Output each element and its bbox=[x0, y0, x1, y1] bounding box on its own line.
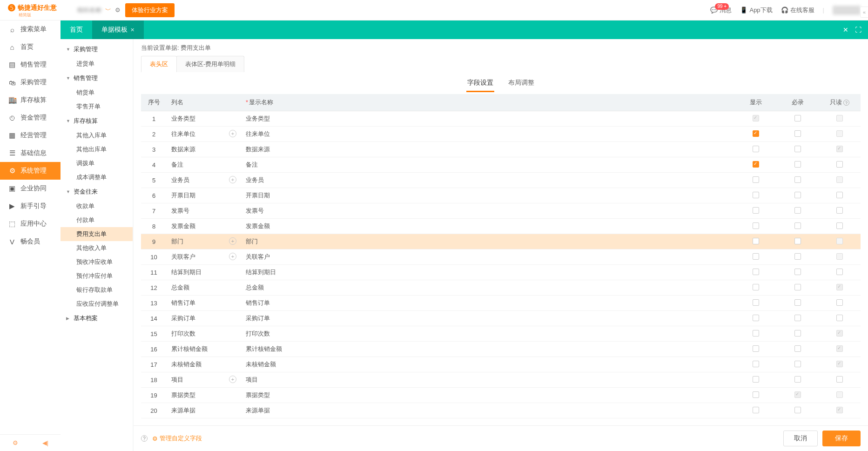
area-tab-body[interactable]: 表体区-费用单明细 bbox=[176, 56, 244, 72]
checkbox[interactable] bbox=[753, 299, 759, 306]
cell-display[interactable]: 备注 bbox=[241, 157, 735, 173]
industry-template-button[interactable]: 体验行业方案 bbox=[125, 3, 175, 17]
settings-icon[interactable]: ⚙ bbox=[115, 7, 121, 13]
sidebar-item[interactable]: 🛍采购管理 bbox=[0, 74, 61, 91]
cell-display[interactable]: 发票号 bbox=[241, 203, 735, 219]
checkbox[interactable] bbox=[753, 130, 759, 137]
cell-display[interactable]: 往来单位 bbox=[241, 127, 735, 142]
cell-display[interactable]: 业务类型 bbox=[241, 111, 735, 127]
checkbox[interactable] bbox=[753, 284, 759, 290]
table-row[interactable]: 15 打印次数 打印次数 bbox=[141, 326, 861, 342]
table-row[interactable]: 6 开票日期 开票日期 bbox=[141, 188, 861, 203]
tree-leaf[interactable]: 预收冲应收单 bbox=[61, 255, 133, 269]
sidebar-item[interactable]: ⏲资金管理 bbox=[0, 109, 61, 127]
cell-display[interactable]: 未核销金额 bbox=[241, 357, 735, 372]
table-row[interactable]: 16 累计核销金额 累计核销金额 bbox=[141, 342, 861, 357]
table-row[interactable]: 20 来源单据 来源单据 bbox=[141, 403, 861, 418]
table-row[interactable]: 13 销售订单 销售订单 bbox=[141, 296, 861, 311]
tree-leaf[interactable]: 费用支出单 bbox=[61, 227, 133, 241]
cell-display[interactable]: 发票金额 bbox=[241, 219, 735, 234]
table-row[interactable]: 19 票据类型 票据类型 bbox=[141, 388, 861, 403]
add-icon[interactable]: + bbox=[229, 176, 236, 183]
checkbox[interactable] bbox=[753, 192, 759, 198]
cell-display[interactable]: 结算到期日 bbox=[241, 265, 735, 280]
user-avatar[interactable] bbox=[833, 6, 861, 15]
table-row[interactable]: 17 未核销金额 未核销金额 bbox=[141, 357, 861, 372]
sidebar-item[interactable]: ▣企业协同 bbox=[0, 180, 61, 197]
checkbox[interactable] bbox=[753, 407, 759, 413]
checkbox[interactable] bbox=[753, 376, 759, 383]
checkbox[interactable] bbox=[836, 161, 843, 168]
checkbox[interactable] bbox=[794, 130, 801, 137]
tree-leaf[interactable]: 进货单 bbox=[61, 57, 133, 71]
cell-display[interactable]: 累计核销金额 bbox=[241, 342, 735, 357]
tree-leaf[interactable]: 银行存取款单 bbox=[61, 283, 133, 297]
cell-display[interactable]: 项目 bbox=[241, 372, 735, 388]
checkbox[interactable] bbox=[794, 269, 801, 275]
tree-leaf[interactable]: 其他出库单 bbox=[61, 142, 133, 156]
org-caret-icon[interactable]: ﹀ bbox=[105, 6, 111, 14]
tab-home[interactable]: 首页 bbox=[61, 20, 92, 39]
tree-group[interactable]: ▼库存核算 bbox=[61, 114, 133, 128]
help-icon[interactable]: ? bbox=[141, 435, 148, 442]
checkbox[interactable] bbox=[753, 391, 759, 398]
checkbox[interactable] bbox=[836, 269, 843, 275]
close-all-icon[interactable]: ✕ bbox=[843, 26, 848, 34]
tree-leaf[interactable]: 收款单 bbox=[61, 199, 133, 213]
checkbox[interactable] bbox=[836, 192, 843, 198]
area-tab-header[interactable]: 表头区 bbox=[141, 56, 177, 72]
tree-leaf[interactable]: 预付冲应付单 bbox=[61, 269, 133, 283]
checkbox[interactable] bbox=[753, 269, 759, 275]
checkbox[interactable] bbox=[753, 222, 759, 229]
sidebar-item[interactable]: ▤销售管理 bbox=[0, 56, 61, 74]
checkbox[interactable] bbox=[794, 176, 801, 183]
app-download-link[interactable]: 📱 App下载 bbox=[740, 6, 772, 14]
sidebar-item[interactable]: ▶新手引导 bbox=[0, 197, 61, 215]
support-link[interactable]: 🎧 在线客服 bbox=[781, 6, 814, 14]
checkbox[interactable] bbox=[794, 407, 801, 413]
add-icon[interactable]: + bbox=[229, 253, 236, 260]
sidebar-settings-button[interactable]: ⚙ bbox=[0, 435, 30, 451]
sidebar-item[interactable]: ☰基础信息 bbox=[0, 144, 61, 162]
checkbox[interactable] bbox=[753, 146, 759, 152]
tree-group[interactable]: ▼销售管理 bbox=[61, 71, 133, 86]
checkbox[interactable] bbox=[794, 115, 801, 121]
tab-close-icon[interactable]: ✕ bbox=[130, 27, 135, 33]
cell-display[interactable]: 业务员 bbox=[241, 173, 735, 188]
cell-display[interactable]: 采购订单 bbox=[241, 311, 735, 326]
cell-display[interactable]: 总金额 bbox=[241, 280, 735, 296]
cell-display[interactable]: 销售订单 bbox=[241, 296, 735, 311]
add-icon[interactable]: + bbox=[229, 376, 236, 383]
checkbox[interactable] bbox=[794, 222, 801, 229]
checkbox[interactable] bbox=[794, 161, 801, 168]
checkbox[interactable] bbox=[794, 253, 801, 260]
sidebar-item[interactable]: ▦经营管理 bbox=[0, 127, 61, 144]
tree-leaf[interactable]: 零售开单 bbox=[61, 100, 133, 114]
tree-leaf[interactable]: 其他收入单 bbox=[61, 241, 133, 255]
checkbox[interactable] bbox=[794, 315, 801, 321]
checkbox[interactable] bbox=[753, 238, 759, 244]
sidebar-item[interactable]: V畅会员 bbox=[0, 233, 61, 250]
table-row[interactable]: 7 发票号 发票号 bbox=[141, 203, 861, 219]
checkbox[interactable] bbox=[753, 176, 759, 183]
checkbox[interactable] bbox=[836, 315, 843, 321]
org-selector[interactable]: 组织名称 bbox=[77, 6, 101, 14]
checkbox[interactable] bbox=[794, 207, 801, 214]
sidebar-item[interactable]: ⌂首页 bbox=[0, 38, 61, 56]
fullscreen-icon[interactable]: ⛶ bbox=[855, 26, 861, 34]
table-row[interactable]: 5 业务员+ 业务员 bbox=[141, 173, 861, 188]
checkbox[interactable] bbox=[753, 345, 759, 352]
cell-display[interactable]: 部门 bbox=[241, 234, 735, 249]
tree-leaf[interactable]: 其他入库单 bbox=[61, 128, 133, 142]
checkbox[interactable] bbox=[794, 299, 801, 306]
table-row[interactable]: 9 部门+ 部门 bbox=[141, 234, 861, 249]
sidebar-item[interactable]: ⬚应用中心 bbox=[0, 215, 61, 233]
checkbox[interactable] bbox=[753, 315, 759, 321]
checkbox[interactable] bbox=[794, 238, 801, 244]
tree-group[interactable]: ▼资金往来 bbox=[61, 184, 133, 199]
sidebar-collapse-button[interactable]: ◀| bbox=[30, 435, 61, 451]
table-row[interactable]: 3 数据来源 数据来源 bbox=[141, 142, 861, 157]
checkbox[interactable] bbox=[753, 253, 759, 260]
table-row[interactable]: 11 结算到期日 结算到期日 bbox=[141, 265, 861, 280]
tree-leaf[interactable]: 成本调整单 bbox=[61, 170, 133, 184]
